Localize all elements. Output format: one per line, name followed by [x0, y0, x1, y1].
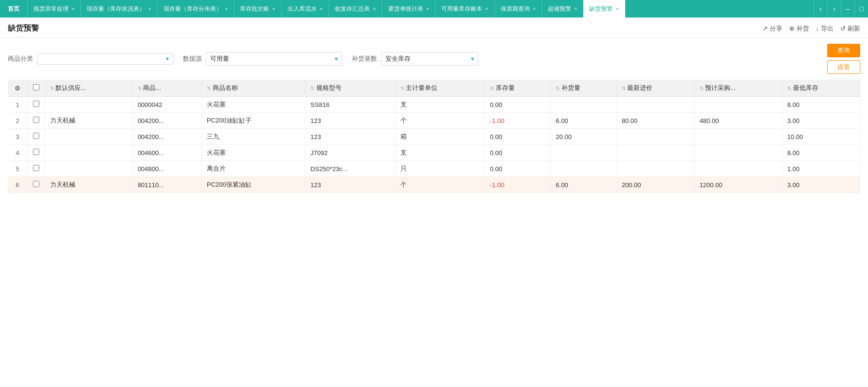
row-replenish-qty: 6.00 [551, 113, 616, 129]
tab-item-5[interactable]: 出入库流水× [282, 0, 329, 18]
refresh-button[interactable]: ↺ 刷新 [840, 24, 860, 33]
row-checkbox[interactable] [33, 165, 39, 171]
row-latest-price [616, 97, 694, 113]
tab-item-3[interactable]: 现存量（库存分布表）× [158, 0, 234, 18]
row-checkbox[interactable] [33, 101, 39, 107]
replenish-base-select[interactable]: 安全库存 ▾ [381, 52, 478, 66]
row-product-name: 离合片 [202, 161, 306, 177]
row-checkbox-cell[interactable] [27, 113, 45, 129]
tab-label: 出入库流水 [288, 5, 317, 13]
table-row: 6 力天机械 801110... PC200张紧油缸 123 个 -1.00 6… [8, 177, 860, 193]
row-default-supplier: 力天机械 [45, 177, 132, 193]
col-default-supplier[interactable]: ⇅ 默认供应... [45, 80, 132, 97]
category-select[interactable]: ▾ [37, 53, 173, 65]
tab-item-7[interactable]: 要货单统计表× [382, 0, 435, 18]
col-product-name[interactable]: ⇅ 商品名称 [202, 80, 306, 97]
table-row: 4 004600... 火花塞 J7092 支 0.00 8.00 [8, 145, 860, 161]
replenish-icon: ⊕ [789, 25, 795, 32]
tab-item-6[interactable]: 收发存汇总表× [329, 0, 382, 18]
category-label: 商品分类 [8, 54, 33, 63]
datasource-arrow-icon: ▾ [335, 55, 338, 62]
table-row: 5 004800... 离合片 DS250*23c... 只 0.00 1.00 [8, 161, 860, 177]
tab-item-11[interactable]: 缺货预警× [583, 0, 625, 18]
table-row: 3 004200... 三九 123 箱 0.00 20.00 10.00 [8, 129, 860, 145]
tab-close-icon[interactable]: × [272, 6, 275, 12]
col-product-code[interactable]: ⇅ 商品... [132, 80, 201, 97]
export-icon: ↓ [816, 25, 819, 32]
export-button[interactable]: ↓ 导出 [816, 24, 834, 33]
row-stock-qty: 0.00 [485, 145, 551, 161]
col-unit[interactable]: ⇅ 主计量单位 [395, 80, 485, 97]
tab-close-icon[interactable]: × [426, 6, 429, 12]
tab-close-icon[interactable]: × [533, 6, 536, 12]
settings-button[interactable]: 设置 [827, 60, 860, 74]
tab-close-icon[interactable]: × [225, 6, 228, 12]
row-product-code: 004800... [132, 161, 201, 177]
sort-icon2: ⇅ [138, 86, 142, 91]
tab-bar: 首页拣货异常处理×现存量（库存状况表）×现存量（库存分布表）×库存批次账×出入库… [0, 0, 868, 18]
page-header: 缺货预警 ↗ 分享 ⊕ 补货 ↓ 导出 ↺ 刷新 [0, 18, 868, 38]
tab-item-0[interactable]: 首页 [0, 0, 28, 18]
share-button[interactable]: ↗ 分享 [762, 24, 782, 33]
tab-item-2[interactable]: 现存量（库存状况表）× [81, 0, 157, 18]
row-unit: 支 [395, 145, 485, 161]
col-latest-price[interactable]: ⇅ 最新进价 [616, 80, 694, 97]
row-checkbox[interactable] [33, 117, 39, 123]
tab-item-4[interactable]: 库存批次账× [234, 0, 281, 18]
filter-row: 商品分类 ▾ 数据源 可用量 ▾ 补货基数 安全库存 ▾ 查询 设置 [0, 38, 868, 80]
row-checkbox-cell[interactable] [27, 145, 45, 161]
col-estimated-purchase[interactable]: ⇅ 预计采购... [694, 80, 782, 97]
row-checkbox-cell[interactable] [27, 161, 45, 177]
tab-maximize-button[interactable]: □ [854, 0, 868, 18]
tab-close-icon[interactable]: × [320, 6, 323, 12]
tab-item-9[interactable]: 保质期查询× [495, 0, 542, 18]
tab-close-icon[interactable]: × [72, 6, 74, 12]
row-checkbox[interactable] [33, 181, 39, 187]
row-checkbox[interactable] [33, 149, 39, 155]
datasource-select[interactable]: 可用量 ▾ [206, 52, 342, 66]
row-unit: 个 [395, 113, 485, 129]
refresh-icon: ↺ [840, 25, 846, 32]
row-replenish-qty [551, 161, 616, 177]
tab-close-icon[interactable]: × [485, 6, 488, 12]
col-replenish-qty[interactable]: ⇅ 补货量 [551, 80, 616, 97]
tab-item-8[interactable]: 可用量库存账本× [435, 0, 494, 18]
row-number: 3 [8, 129, 27, 145]
row-estimated-purchase [694, 129, 782, 145]
tab-close-icon[interactable]: × [574, 6, 577, 12]
row-latest-price [616, 129, 694, 145]
row-checkbox-cell[interactable] [27, 129, 45, 145]
row-stock-qty: -1.00 [485, 113, 551, 129]
tab-close-icon[interactable]: × [373, 6, 376, 12]
row-min-stock: 3.00 [782, 113, 860, 129]
tab-prev-button[interactable]: ‹ [814, 0, 827, 18]
col-spec[interactable]: ⇅ 规格型号 [306, 80, 395, 97]
row-checkbox-cell[interactable] [27, 97, 45, 113]
datasource-filter-group: 数据源 可用量 ▾ [183, 52, 342, 66]
col-min-stock[interactable]: ⇅ 最低库存 [782, 80, 860, 97]
sort-icon9: ⇅ [700, 86, 704, 91]
row-product-code: 004200... [132, 113, 201, 129]
col-settings[interactable]: ⚙ [8, 80, 27, 97]
query-button[interactable]: 查询 [827, 44, 860, 57]
tab-label: 缺货预警 [589, 5, 613, 13]
sort-icon3: ⇅ [207, 86, 211, 91]
replenish-button[interactable]: ⊕ 补货 [789, 24, 809, 33]
row-default-supplier: 力天机械 [45, 113, 132, 129]
tab-next-button[interactable]: › [827, 0, 841, 18]
select-all-checkbox[interactable] [33, 84, 39, 90]
tab-close-icon[interactable]: × [148, 6, 151, 12]
col-stock-qty[interactable]: ⇅ 库存量 [485, 80, 551, 97]
tab-close-icon[interactable]: × [615, 6, 618, 12]
row-number: 2 [8, 113, 27, 129]
tab-item-1[interactable]: 拣货异常处理× [28, 0, 81, 18]
row-stock-qty: 0.00 [485, 97, 551, 113]
tab-minimize-button[interactable]: – [841, 0, 854, 18]
tab-item-10[interactable]: 超储预警× [542, 0, 583, 18]
row-checkbox-cell[interactable] [27, 177, 45, 193]
page-content: 缺货预警 ↗ 分享 ⊕ 补货 ↓ 导出 ↺ 刷新 商品分类 [0, 18, 868, 387]
row-checkbox[interactable] [33, 133, 39, 139]
row-estimated-purchase: 1200.00 [694, 177, 782, 193]
row-spec: 123 [306, 113, 395, 129]
replenish-base-arrow-icon: ▾ [471, 55, 474, 62]
